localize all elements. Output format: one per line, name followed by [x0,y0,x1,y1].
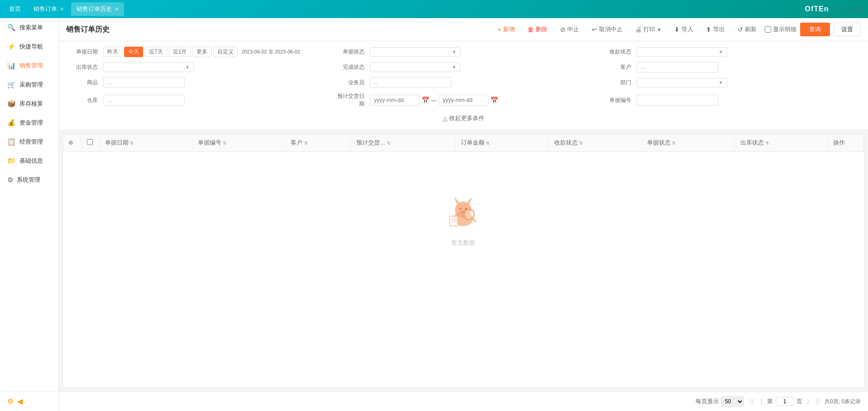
th-delivery-status-sort: ⇅ [765,140,769,145]
filter-label-delivery-date: 预计交货日期 [333,92,364,108]
toolbar: + 新增 🗑 删除 ⊘ 中止 ↩ 取消中止 🖨 打印 [493,23,861,36]
th-payment-status[interactable]: 收款状态 ⇅ [548,134,641,152]
sidebar-item-sales-mgmt[interactable]: 📊 销售管理 [0,56,58,75]
date-btn-custom[interactable]: 自定义 [213,47,238,57]
page-next-btn[interactable]: ⟩ [805,397,811,406]
svg-marker-5 [467,198,471,203]
cancel-stop-btn[interactable]: ↩ 取消中止 [587,23,627,36]
product-input[interactable]: ... [103,77,185,88]
stop-icon: ⊘ [560,26,566,33]
complete-status-arrow: ▼ [452,65,456,70]
filter-control-date: 昨天 今天 近7天 近1月 更多 自定义 2023-06-02 至 2023-0… [103,47,327,57]
sidebar-bottom: ⚙ ◀ [0,391,58,411]
payment-status-select[interactable]: ▼ [637,47,727,57]
delivery-status-select[interactable]: ▼ [103,63,194,72]
delivery-date-from[interactable] [370,95,420,106]
filter-control-doc-number [637,95,861,106]
delivery-date-to-icon[interactable]: 📅 [490,97,498,104]
salesperson-input[interactable]: ... [370,77,451,88]
tab-bar: 首页 销售订单 ✕ 销售订单历史 ✕ [4,2,803,16]
doc-number-input[interactable] [637,95,718,106]
sidebar-item-system-mgmt[interactable]: ⚙ 系统管理 [0,170,58,189]
th-customer[interactable]: 客户 ⇅ [285,134,351,152]
delivery-date-to[interactable] [439,95,489,106]
sidebar-item-quick-nav[interactable]: ⚡ 快捷导航 [0,37,58,56]
tab-home-label: 首页 [9,5,21,13]
top-bar: 首页 销售订单 ✕ 销售订单历史 ✕ OfTEn ─ □ ✕ [0,0,868,18]
sidebar-item-search-menu[interactable]: 🔍 搜索菜单 [0,18,58,37]
print-icon: 🖨 [635,26,642,33]
delivery-status-arrow: ▼ [185,65,190,70]
filter-control-payment-status: ▼ [637,47,861,57]
date-btn-yesterday[interactable]: 昨天 [103,47,122,57]
date-btn-7days[interactable]: 近7天 [145,47,167,57]
complete-status-select[interactable]: ▼ [370,63,460,72]
customer-input[interactable]: ... [637,62,718,73]
th-delivery-status[interactable]: 出库状态 ⇅ [734,134,827,152]
sidebar-item-finance-mgmt[interactable]: 💰 资金管理 [0,113,58,132]
finance-mgmt-icon: 💰 [7,119,16,127]
settings-button[interactable]: 设置 [834,23,861,36]
page-last-btn[interactable]: ⟩⟩ [814,397,822,406]
delete-icon: 🗑 [528,26,534,33]
sidebar-item-basic-info[interactable]: 📁 基础信息 [0,151,58,170]
th-doc-status[interactable]: 单据状态 ⇅ [642,134,734,152]
th-amount[interactable]: 订单金额 ⇅ [456,134,548,152]
export-btn[interactable]: ⬆ 导出 [701,23,729,36]
filter-control-delivery-date: 📅 — 📅 [370,95,594,106]
delivery-date-from-icon[interactable]: 📅 [422,97,429,104]
warehouse-input[interactable]: ... [103,95,185,106]
sidebar-item-operations-mgmt[interactable]: 📋 经营管理 [0,132,58,151]
date-btn-more[interactable]: 更多 [192,47,211,57]
stop-btn[interactable]: ⊘ 中止 [556,23,584,36]
print-btn[interactable]: 🖨 打印 ▼ [631,23,666,36]
page-num-input[interactable]: 1 [776,397,794,406]
doc-status-select[interactable]: ▼ [370,47,460,57]
th-payment-status-label: 收款状态 [554,139,578,146]
data-table: ⚙ 单据日期 ⇅ 单据编号 ⇅ 客户 [63,134,864,283]
bottom-settings-icon[interactable]: ⚙ [7,397,14,406]
filter-control-dept: ▼ [637,78,861,87]
add-btn[interactable]: + 新增 [493,23,519,36]
collapse-more[interactable]: △ 收起更多条件 [66,112,861,124]
bottom-collapse-icon[interactable]: ◀ [17,397,23,406]
page-first-btn[interactable]: ⟨⟨ [748,397,756,406]
tab-home[interactable]: 首页 [4,2,26,16]
th-settings[interactable]: ⚙ [63,134,81,152]
operations-mgmt-icon: 📋 [7,138,16,146]
window-min-btn[interactable]: ─ [833,5,841,14]
table-footer: 每页显示 10 20 50 100 ⟨⟨ ⟨ 第 1 页 ⟩ ⟩⟩ 共0页, 0… [59,392,868,411]
th-number[interactable]: 单据编号 ⇅ [192,134,285,152]
tab-sales-order[interactable]: 销售订单 ✕ [28,2,69,16]
page-size-dropdown[interactable]: 10 20 50 100 [721,396,744,406]
sidebar-item-purchase-mgmt[interactable]: 🛒 采购管理 [0,75,58,94]
th-delivery-date[interactable]: 预计交货... ⇅ [351,134,456,152]
tab-sales-order-history-label: 销售订单历史 [77,5,112,13]
import-btn[interactable]: ⬇ 导入 [670,23,698,36]
select-all-checkbox[interactable] [87,139,93,145]
tab-sales-order-history[interactable]: 销售订单历史 ✕ [71,2,124,16]
sidebar-item-inventory-check[interactable]: 📦 库存核算 [0,94,58,113]
delete-btn[interactable]: 🗑 删除 [523,23,552,36]
doc-status-arrow: ▼ [452,49,456,54]
window-close-btn[interactable]: ✕ [855,5,864,14]
page-label: 页 [796,397,802,406]
page-prev-btn[interactable]: ⟨ [758,397,764,406]
filter-panel: 单据日期 昨天 今天 近7天 近1月 更多 自定义 2023-06-02 至 2… [59,41,868,130]
tab-sales-order-history-close[interactable]: ✕ [115,6,119,12]
tab-sales-order-close[interactable]: ✕ [60,6,64,12]
import-icon: ⬇ [674,26,680,33]
display-toggle-checkbox[interactable] [765,26,771,33]
dept-select[interactable]: ▼ [637,78,727,87]
window-max-btn[interactable]: □ [844,5,852,14]
date-btn-today[interactable]: 今天 [124,47,143,57]
refresh-btn[interactable]: ↺ 刷新 [733,23,761,36]
delivery-date-range: 📅 — 📅 [370,95,498,106]
delete-btn-label: 删除 [536,25,547,34]
th-date[interactable]: 单据日期 ⇅ [99,134,192,152]
filter-control-delivery-status: ▼ [103,63,327,72]
date-btn-1month[interactable]: 近1月 [169,47,191,57]
query-button[interactable]: 查询 [800,23,830,36]
payment-status-arrow: ▼ [719,49,723,54]
filter-row-2: 出库状态 ▼ 完成状态 ▼ 客户 ... [66,62,861,73]
